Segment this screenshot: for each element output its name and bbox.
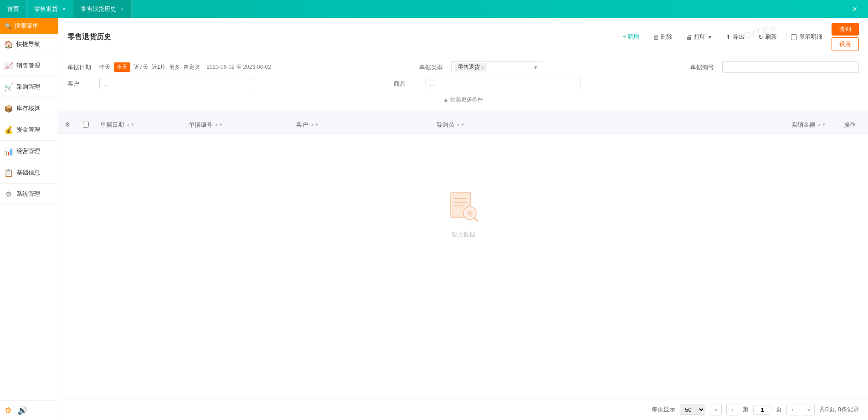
tab-retail-return-history[interactable]: 零售退货历史 × xyxy=(73,0,132,18)
doc-num-filter-label: 单据编号 xyxy=(690,63,722,72)
goods-input[interactable]: ... xyxy=(426,78,580,89)
last-page-button[interactable]: » xyxy=(803,404,815,415)
tab-home[interactable]: 首页 xyxy=(0,0,27,18)
date-opt-custom[interactable]: 自定义 xyxy=(184,63,200,71)
display-detail-checkbox[interactable] xyxy=(791,34,797,40)
sidebar-item-system[interactable]: ⚙ 系统管理 xyxy=(0,184,58,205)
purchase-icon: 🛒 xyxy=(5,83,13,91)
sidebar-item-basic-info[interactable]: 📋 基础信息 xyxy=(0,162,58,184)
page-title-row: 零售退货历史 + 新增 🗑 删除 🖨 打印 ▼ ⬆ 导出 xyxy=(67,23,859,56)
export-button[interactable]: ⬆ 导出 xyxy=(721,31,749,43)
date-opt-yesterday[interactable]: 昨天 xyxy=(99,63,110,71)
select-all-checkbox[interactable] xyxy=(83,122,89,128)
th-checkbox[interactable] xyxy=(77,122,95,128)
refresh-button[interactable]: ↻ 刷新 xyxy=(754,31,781,43)
doc-num-input[interactable] xyxy=(722,61,859,73)
prev-page-button[interactable]: ‹ xyxy=(726,404,738,415)
search-icon: 🔍 xyxy=(5,23,12,30)
delete-button[interactable]: 🗑 删除 xyxy=(648,31,677,43)
print-button[interactable]: 🖨 打印 ▼ xyxy=(682,31,717,43)
guide-sort-icon: ▲▼ xyxy=(456,122,465,127)
settings-bottom-icon[interactable]: ⚙ xyxy=(5,405,12,415)
sidebar-bottom: ⚙ 🔊 xyxy=(0,400,58,420)
doc-type-filter-label: 单据类型 xyxy=(419,63,451,72)
table-container: ⚙ 单据日期 ▲▼ 单据编号 ▲▼ 客户 ▲▼ 导购员 xyxy=(58,116,868,420)
date-range-display: 2023-06-02 至 2023-06-02 xyxy=(206,63,271,71)
svg-point-5 xyxy=(466,209,474,217)
next-page-button[interactable]: › xyxy=(786,404,798,415)
customer-input[interactable]: ... xyxy=(99,78,254,89)
content-area: 零售退货历史 + 新增 🗑 删除 🖨 打印 ▼ ⬆ 导出 xyxy=(58,18,868,420)
print-label: 打印 xyxy=(694,33,706,41)
sidebar-item-operations[interactable]: 📊 经营管理 xyxy=(0,141,58,162)
pagination-bar: 每页显示 50 100 200 « ‹ 第 页 › » 共0页, 0条记录 xyxy=(58,399,868,420)
delete-icon: 🗑 xyxy=(653,34,659,41)
per-page-select[interactable]: 50 100 200 xyxy=(680,405,705,415)
window-close-button[interactable]: × xyxy=(848,5,861,14)
empty-illustration xyxy=(445,189,482,225)
display-detail-checkbox-label[interactable]: 显示明细 xyxy=(791,33,822,41)
top-navigation-bar: 首页 零售退货 × 零售退货历史 × × xyxy=(0,0,868,18)
new-button[interactable]: + 新增 xyxy=(618,31,644,43)
sidebar-item-finance[interactable]: 💰 资金管理 xyxy=(0,119,58,141)
date-opt-today[interactable]: 今天 xyxy=(114,62,130,72)
tab-retail-return-history-label: 零售退货历史 xyxy=(81,5,116,13)
collapse-button[interactable]: ▲ 收起更多条件 xyxy=(443,96,483,103)
th-amount[interactable]: 实销金额 ▲▼ xyxy=(743,121,832,129)
filter-area: 单据日期 昨天 今天 近7天 近1月 更多 自定义 2023-06-02 至 2… xyxy=(67,56,859,111)
goods-filter-label: 商品 xyxy=(394,80,426,88)
doc-type-arrow-icon: ▼ xyxy=(533,65,538,70)
th-setting[interactable]: ⚙ xyxy=(58,121,77,128)
page-number-input[interactable] xyxy=(753,405,771,415)
doc-type-select[interactable]: 零售退货 × ▼ xyxy=(451,61,542,73)
date-filter-label: 单据日期 xyxy=(67,63,99,72)
home-icon: 🏠 xyxy=(5,40,13,48)
doc-type-tag-remove[interactable]: × xyxy=(481,65,484,70)
sidebar-item-purchase[interactable]: 🛒 采购管理 xyxy=(0,77,58,98)
th-amount-label: 实销金额 xyxy=(791,121,815,129)
audio-bottom-icon[interactable]: 🔊 xyxy=(17,405,27,415)
print-arrow-icon: ▼ xyxy=(708,35,712,40)
empty-state: 暂无数据 xyxy=(58,134,868,294)
sidebar-item-inventory-label: 库存核算 xyxy=(16,104,40,113)
sidebar-item-finance-label: 资金管理 xyxy=(16,126,40,134)
setting-button[interactable]: 设置 xyxy=(832,37,859,51)
date-opt-more[interactable]: 更多 xyxy=(169,63,180,71)
th-num[interactable]: 单据编号 ▲▼ xyxy=(183,121,291,129)
date-opt-1month[interactable]: 近1月 xyxy=(152,63,166,71)
num-sort-icon: ▲▼ xyxy=(214,122,223,127)
per-page-label: 每页显示 xyxy=(652,405,675,414)
tab-retail-return-close[interactable]: × xyxy=(62,6,66,12)
sidebar-search[interactable]: 🔍 搜索菜单 xyxy=(0,18,58,34)
tab-retail-return[interactable]: 零售退货 × xyxy=(27,0,73,18)
page-title: 零售退货历史 xyxy=(67,32,111,42)
main-layout: 🔍 搜索菜单 🏠 快捷导航 📈 销售管理 🛒 采购管理 📦 库存核算 💰 资金管… xyxy=(0,18,868,420)
filter-row-1: 单据日期 昨天 今天 近7天 近1月 更多 自定义 2023-06-02 至 2… xyxy=(67,61,859,73)
th-date[interactable]: 单据日期 ▲▼ xyxy=(95,121,183,129)
sidebar-item-inventory[interactable]: 📦 库存核算 xyxy=(0,98,58,119)
basic-info-icon: 📋 xyxy=(5,169,13,177)
th-guide[interactable]: 导购员 ▲▼ xyxy=(431,121,539,129)
sidebar-item-sales[interactable]: 📈 销售管理 xyxy=(0,55,58,77)
sidebar-item-system-label: 系统管理 xyxy=(16,190,40,198)
sidebar-item-basic-info-label: 基础信息 xyxy=(16,169,40,177)
collapse-up-icon: ▲ xyxy=(443,97,449,103)
sidebar: 🔍 搜索菜单 🏠 快捷导航 📈 销售管理 🛒 采购管理 📦 库存核算 💰 资金管… xyxy=(0,18,58,420)
date-opt-7days[interactable]: 近7天 xyxy=(134,63,148,71)
sidebar-item-quick-nav[interactable]: 🏠 快捷导航 xyxy=(0,34,58,55)
svg-line-6 xyxy=(474,218,478,221)
customer-filter-label: 客户 xyxy=(67,80,99,88)
sidebar-item-quick-nav-label: 快捷导航 xyxy=(16,40,40,48)
th-action-label: 操作 xyxy=(844,121,856,129)
date-options: 昨天 今天 近7天 近1月 更多 自定义 2023-06-02 至 2023-0… xyxy=(99,62,271,72)
first-page-button[interactable]: « xyxy=(710,404,722,415)
query-button[interactable]: 查询 xyxy=(832,23,859,36)
sidebar-search-label: 搜索菜单 xyxy=(15,22,38,30)
tab-retail-return-history-close[interactable]: × xyxy=(121,6,124,12)
export-icon: ⬆ xyxy=(726,34,731,41)
collapse-row: ▲ 收起更多条件 xyxy=(67,94,859,107)
th-customer[interactable]: 客户 ▲▼ xyxy=(291,121,431,129)
th-num-label: 单据编号 xyxy=(189,121,212,129)
table-header: ⚙ 单据日期 ▲▼ 单据编号 ▲▼ 客户 ▲▼ 导购员 xyxy=(58,116,868,134)
display-detail-label: 显示明细 xyxy=(799,33,822,41)
